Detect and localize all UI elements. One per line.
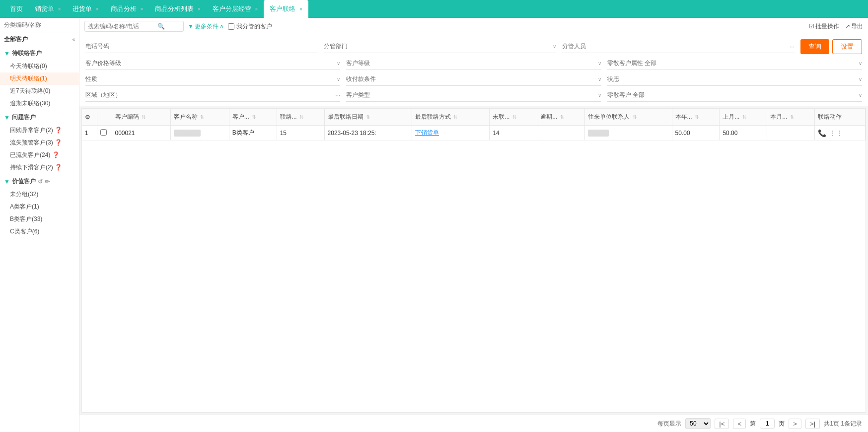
- sidebar-churn-warning[interactable]: 流失预警客户(3) ❓: [0, 137, 79, 149]
- setting-button[interactable]: 设置: [832, 39, 862, 54]
- last-contact-method-link[interactable]: 下销货单: [415, 129, 439, 136]
- search-icon[interactable]: 🔍: [157, 23, 165, 30]
- search-box: 🔍: [84, 21, 184, 32]
- prev-page-button[interactable]: <: [733, 419, 746, 429]
- td-contact-count: 15: [277, 126, 324, 141]
- sidebar-churned[interactable]: 已流失客户(24) ❓: [0, 149, 79, 161]
- nav-purchase[interactable]: 进货单 ×: [67, 0, 104, 18]
- edit-icon[interactable]: ✏: [45, 178, 50, 185]
- chevron-down-icon5: ∨: [337, 76, 340, 82]
- filter-customer-level-select[interactable]: ∨: [380, 61, 601, 66]
- sidebar-tomorrow-contact[interactable]: 明天待联络(1): [0, 72, 79, 85]
- sidebar-today-contact[interactable]: 今天待联络(0): [0, 60, 79, 72]
- filter-region-ellipsis[interactable]: ···: [335, 92, 340, 99]
- th-contact-count[interactable]: 联络... ⇅: [277, 109, 324, 126]
- td-this-month: [767, 126, 815, 141]
- filter-phone: 电话号码: [85, 40, 318, 53]
- next-page-button[interactable]: >: [789, 419, 801, 429]
- nav-product-analysis[interactable]: 商品分析 ×: [105, 0, 149, 18]
- filter-retail-attr-select[interactable]: ∨: [660, 61, 862, 66]
- nav-product-list-close[interactable]: ×: [198, 6, 201, 12]
- nav-customer-contact-close[interactable]: ×: [299, 6, 302, 12]
- filter-price-level: 客户价格等级 ∨: [85, 57, 340, 70]
- nav-purchase-close[interactable]: ×: [96, 6, 99, 12]
- page-suffix: 页: [779, 420, 785, 428]
- th-this-month[interactable]: 本月... ⇅: [767, 109, 815, 126]
- search-input[interactable]: [88, 23, 157, 30]
- all-customers-label: 全部客户: [4, 35, 28, 44]
- filter-manager-ellipsis[interactable]: ···: [790, 43, 795, 50]
- sidebar-repurchase-abnormal[interactable]: 回购异常客户(2) ❓: [0, 124, 79, 137]
- th-contact-person[interactable]: 往来单位联系人 ⇅: [585, 109, 672, 126]
- td-customer-name: Ea: [170, 126, 229, 141]
- toolbar-right: ☑ 批量操作 ↗ 导出: [809, 22, 863, 31]
- contact-person-masked: ···: [588, 130, 609, 137]
- customer-table: ⚙ 客户编码 ⇅ 客户名称 ⇅ 客户... ⇅ 联络... ⇅ 最后联络日期 ⇅…: [82, 109, 866, 141]
- my-customers-checkbox[interactable]: [228, 23, 234, 30]
- chevron-down-icon7: ∨: [859, 76, 862, 82]
- nav-customer-tier-close[interactable]: ×: [255, 6, 258, 12]
- filter-dept-select[interactable]: ∨: [358, 44, 556, 49]
- td-overdue: [537, 126, 585, 141]
- filter-region: 区域（地区） ···: [85, 89, 340, 102]
- page-input[interactable]: [760, 419, 775, 429]
- nav-home[interactable]: 首页: [4, 0, 29, 18]
- th-customer-type[interactable]: 客户... ⇅: [229, 109, 277, 126]
- filter-phone-input[interactable]: [119, 43, 318, 50]
- triangle-icon: ▼: [4, 50, 10, 57]
- query-button[interactable]: 查询: [800, 39, 829, 54]
- th-uncontact[interactable]: 未联... ⇅: [490, 109, 537, 126]
- td-index: 1: [82, 126, 97, 141]
- th-customer-name[interactable]: 客户名称 ⇅: [170, 109, 229, 126]
- sidebar-7day-contact[interactable]: 近7天待联络(0): [0, 85, 79, 97]
- filter-customer-level-label: 客户等级: [346, 59, 376, 68]
- chevron-down-icon: ∨: [553, 44, 556, 49]
- last-page-button[interactable]: >|: [805, 419, 820, 429]
- th-last-month[interactable]: 上月... ⇅: [720, 109, 767, 126]
- sidebar-declining[interactable]: 持续下滑客户(2) ❓: [0, 161, 79, 174]
- th-customer-code[interactable]: 客户编码 ⇅: [112, 109, 170, 126]
- toolbar: 🔍 ▼ 更多条件 ∧ 我分管的客户 ☑ 批量操作 ↗ 导出: [79, 18, 868, 35]
- batch-operation-button[interactable]: ☑ 批量操作: [809, 22, 839, 31]
- first-page-button[interactable]: |<: [715, 419, 729, 429]
- sidebar-class-b[interactable]: B类客户(33): [0, 213, 79, 225]
- sidebar-ungrouped[interactable]: 未分组(32): [0, 188, 79, 201]
- filter-row-3: 性质 ∨ 收付款条件 ∨ 状态: [85, 73, 862, 86]
- nav-customer-contact[interactable]: 客户联络 ×: [264, 0, 308, 18]
- filter-nature-select[interactable]: ∨: [119, 76, 340, 82]
- filter-retail-customer-select[interactable]: ∨: [649, 92, 862, 98]
- call-action-icon[interactable]: 📞: [818, 129, 826, 137]
- main-layout: 🔍 全部客户 « ▼ 待联络客户 今天待联络(0) 明天待联络(1) 近7天待联…: [0, 18, 868, 432]
- nav-product-analysis-close[interactable]: ×: [141, 6, 144, 12]
- nav-customer-tier[interactable]: 客户分层经营 ×: [207, 0, 264, 18]
- th-last-contact-date[interactable]: 最后联络日期 ⇅: [324, 109, 412, 126]
- all-customers-title[interactable]: 全部客户 «: [0, 32, 79, 46]
- nav-product-analysis-list[interactable]: 商品分析列表 ×: [149, 0, 206, 18]
- nav-sales[interactable]: 销货单 ×: [29, 0, 67, 18]
- section-problem-label: 问题客户: [12, 113, 36, 122]
- section-value-header: ▼ 价值客户 ↺ ✏: [0, 175, 79, 188]
- filter-payment-select[interactable]: ∨: [380, 76, 601, 82]
- filter-nature-label: 性质: [85, 75, 115, 83]
- filter-phone-label: 电话号码: [85, 42, 115, 51]
- sidebar-search-input[interactable]: [4, 21, 78, 28]
- filter-manager-select[interactable]: ···: [596, 43, 795, 50]
- filter-status-select[interactable]: ∨: [641, 76, 862, 82]
- row-checkbox[interactable]: [100, 129, 107, 136]
- th-overdue[interactable]: 逾期... ⇅: [537, 109, 585, 126]
- export-button[interactable]: ↗ 导出: [845, 22, 863, 31]
- th-settings[interactable]: ⚙: [82, 109, 97, 126]
- sidebar-class-c[interactable]: C类客户(6): [0, 225, 79, 238]
- filter-price-level-select[interactable]: ∨: [125, 61, 340, 66]
- th-last-contact-method[interactable]: 最后联络方式 ⇅: [412, 109, 490, 126]
- more-action-icon[interactable]: ⋮⋮: [829, 129, 843, 137]
- nav-sales-close[interactable]: ×: [58, 6, 61, 12]
- more-filter-button[interactable]: ▼ 更多条件 ∧: [188, 22, 224, 31]
- filter-region-select[interactable]: ···: [125, 92, 340, 99]
- per-page-select[interactable]: 50 100 200: [685, 418, 711, 429]
- th-this-year[interactable]: 本年... ⇅: [672, 109, 720, 126]
- sidebar-class-a[interactable]: A类客户(1): [0, 201, 79, 213]
- sidebar-overdue-contact[interactable]: 逾期未联络(30): [0, 97, 79, 110]
- refresh-icon[interactable]: ↺: [38, 178, 43, 185]
- filter-customer-type-select[interactable]: ∨: [380, 92, 601, 98]
